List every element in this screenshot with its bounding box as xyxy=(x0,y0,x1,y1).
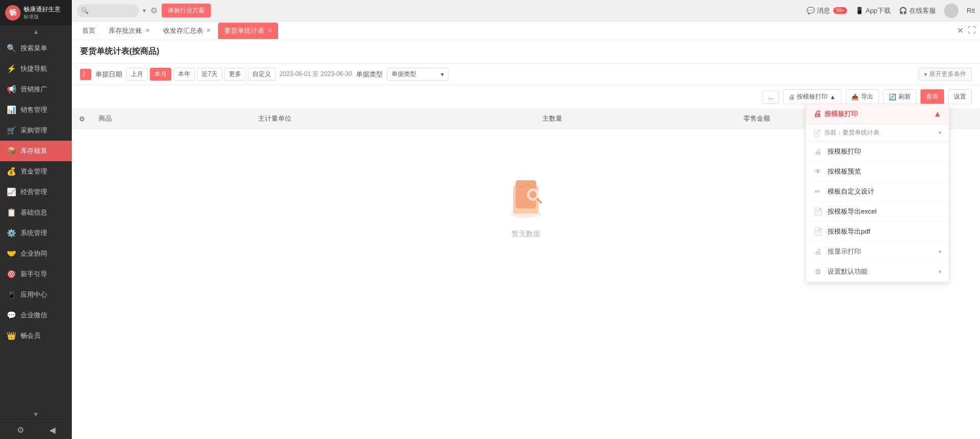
current-template-chevron: ▾ xyxy=(938,129,942,136)
sidebar-item-wechat[interactable]: 💬 企业微信 xyxy=(0,305,72,326)
table-settings-icon[interactable]: ⚙ xyxy=(79,115,85,123)
sidebar-item-inventory[interactable]: 📦 库存核算 xyxy=(0,141,72,161)
settings-btn[interactable]: 设置 xyxy=(948,89,972,104)
default-settings-chevron: ▾ xyxy=(938,269,942,275)
current-template-row: 📄 当前：要货单统计表 ▾ xyxy=(806,124,949,142)
dropdown-close-btn[interactable]: ▲ xyxy=(933,109,942,119)
date-btn-custom[interactable]: 自定义 xyxy=(248,68,276,81)
date-btn-7-days[interactable]: 近7天 xyxy=(197,68,222,81)
notification-btn[interactable]: 💬 消息 99+ xyxy=(807,6,847,15)
template-design-icon: ✏ xyxy=(813,187,822,196)
type-select-chevron: ▾ xyxy=(441,71,444,78)
customer-service-btn[interactable]: 🎧 在线客服 xyxy=(899,6,936,15)
guide-icon: 🎯 xyxy=(6,269,16,279)
window-maximize-btn[interactable]: ⛶ xyxy=(968,26,976,35)
refresh-icon: 🔄 xyxy=(889,93,896,101)
more-btn[interactable]: ... xyxy=(762,90,779,104)
logo-text: 畅康通好生意 标准版 xyxy=(24,6,61,21)
dropdown-header-icon: 🖨 xyxy=(813,109,821,119)
query-btn[interactable]: 查询 xyxy=(920,89,944,104)
logo-icon: 畅 xyxy=(5,5,21,21)
system-icon: ⚙️ xyxy=(6,228,16,238)
sidebar-item-marketing[interactable]: 📢 营销推广 xyxy=(0,79,72,100)
user-avatar[interactable] xyxy=(944,4,958,18)
tab-close-order-stats[interactable]: ✕ xyxy=(267,27,272,34)
member-icon: 👑 xyxy=(6,331,16,341)
dropdown-template-export-excel[interactable]: 📄 按模板导出excel xyxy=(806,202,949,222)
sales-icon: 📊 xyxy=(6,105,16,115)
sidebar-item-system[interactable]: ⚙️ 系统管理 xyxy=(0,223,72,243)
date-range-display: 2023-06-01 至 2023-06-30 xyxy=(280,70,352,79)
filter-expand-btn[interactable]: 》 xyxy=(80,69,91,80)
tab-home[interactable]: 首页 xyxy=(76,23,102,39)
page-header: 要货单统计表(按商品) xyxy=(72,40,980,64)
date-label: 单据日期 xyxy=(95,70,122,79)
current-template-icon: 📄 xyxy=(813,129,821,137)
tab-close-inventory-batch[interactable]: ✕ xyxy=(145,27,150,34)
tab-receipt-summary[interactable]: 收发存汇总表 ✕ xyxy=(157,23,217,39)
dropdown-template-print[interactable]: 🖨 按模板打印 xyxy=(806,142,949,162)
marketing-icon: 📢 xyxy=(6,84,16,94)
dropdown-template-preview[interactable]: 👁 按模板预览 xyxy=(806,162,949,182)
window-close-btn[interactable]: ✕ xyxy=(957,26,964,35)
dropdown-display-print[interactable]: 🖨 按显示打印 ▾ xyxy=(806,242,949,262)
sidebar-item-basic[interactable]: 📋 基础信息 xyxy=(0,202,72,223)
date-btn-last-month[interactable]: 上月 xyxy=(126,68,148,81)
notification-badge: 99+ xyxy=(833,7,847,14)
sidebar-item-operations[interactable]: 📈 经营管理 xyxy=(0,182,72,202)
sidebar-item-member[interactable]: 👑 畅会员 xyxy=(0,326,72,346)
template-excel-icon: 📄 xyxy=(813,207,822,216)
refresh-btn[interactable]: 🔄 刷新 xyxy=(883,89,916,104)
dropdown-header: 🖨 按模板打印 ▲ xyxy=(806,104,949,124)
experience-btn[interactable]: 体验行业方案 xyxy=(162,4,211,17)
sidebar-item-sales[interactable]: 📊 销售管理 xyxy=(0,100,72,120)
date-btn-this-month[interactable]: 本月 xyxy=(150,68,171,81)
topbar-search-icon: 🔍 xyxy=(81,7,89,14)
collapse-icon[interactable]: ◀ xyxy=(49,425,55,435)
app-download-icon: 📱 xyxy=(855,7,864,14)
app-download-btn[interactable]: 📱 App下载 xyxy=(855,6,891,15)
print-btn[interactable]: 🖨 按模板打印 ▲ xyxy=(783,89,841,104)
print-dropdown-menu: 🖨 按模板打印 ▲ 📄 当前：要货单统计表 ▾ 🖨 按模板打印 👁 按模板预览 xyxy=(806,104,949,282)
topbar: 🔍 ▾ ⚙ 体验行业方案 💬 消息 99+ 📱 App下载 🎧 在线客服 Rit xyxy=(72,0,980,22)
topbar-search[interactable]: 🔍 xyxy=(77,4,139,17)
table-col-settings[interactable]: ⚙ xyxy=(72,109,92,129)
sidebar-item-collab[interactable]: 🤝 企业协同 xyxy=(0,243,72,264)
inventory-icon: 📦 xyxy=(6,146,16,156)
tab-order-stats[interactable]: 要货单统计表 ✕ xyxy=(218,23,278,39)
type-select[interactable]: 单据类型 ▾ xyxy=(387,68,448,81)
topbar-dropdown-icon[interactable]: ▾ xyxy=(143,7,146,14)
filter-right: ▾ 展开更多条件 xyxy=(918,68,972,81)
sidebar-item-finance[interactable]: 💰 资金管理 xyxy=(0,161,72,182)
topbar-right: 💬 消息 99+ 📱 App下载 🎧 在线客服 Rit xyxy=(807,4,975,18)
sidebar-item-search[interactable]: 🔍 搜索菜单 xyxy=(0,38,72,59)
sidebar-scroll-down[interactable]: ▼ xyxy=(0,408,72,421)
sidebar-item-shortcut[interactable]: ⚡ 快捷导航 xyxy=(0,59,72,79)
type-label: 单据类型 xyxy=(356,70,383,79)
empty-text: 暂无数据 xyxy=(512,230,540,239)
dropdown-default-settings[interactable]: ⚙ 设置默认功能 ▾ xyxy=(806,262,949,282)
export-icon: 📤 xyxy=(851,93,859,101)
tab-inventory-batch[interactable]: 库存批次账 ✕ xyxy=(103,23,156,39)
expand-conditions-btn[interactable]: ▾ 展开更多条件 xyxy=(918,68,972,81)
dropdown-template-design[interactable]: ✏ 模板自定义设计 xyxy=(806,182,949,202)
date-btn-more[interactable]: 更多 xyxy=(224,68,246,81)
date-btn-this-year[interactable]: 本年 xyxy=(173,68,195,81)
print-chevron-up: ▲ xyxy=(830,93,836,101)
search-nav-icon: 🔍 xyxy=(6,43,16,53)
empty-icon xyxy=(500,170,552,221)
tab-close-receipt-summary[interactable]: ✕ xyxy=(206,27,211,34)
sidebar-item-purchase[interactable]: 🛒 采购管理 xyxy=(0,120,72,141)
table-col-quantity: 主数量 xyxy=(536,109,737,129)
collab-icon: 🤝 xyxy=(6,249,16,259)
sidebar-scroll-up[interactable]: ▲ xyxy=(0,26,72,38)
dropdown-template-export-pdf[interactable]: 📄 按模板导出pdf xyxy=(806,222,949,242)
settings-bottom-icon[interactable]: ⚙ xyxy=(17,425,24,435)
operations-icon: 📈 xyxy=(6,187,16,197)
export-btn[interactable]: 📤 导出 xyxy=(846,89,879,104)
tabbar: 首页 库存批次账 ✕ 收发存汇总表 ✕ 要货单统计表 ✕ ✕ ⛶ xyxy=(72,22,980,40)
topbar-settings-icon[interactable]: ⚙ xyxy=(150,6,158,15)
sidebar-item-guide[interactable]: 🎯 新手引导 xyxy=(0,264,72,284)
display-print-chevron: ▾ xyxy=(938,249,942,255)
sidebar-item-apps[interactable]: 📱 应用中心 xyxy=(0,284,72,305)
